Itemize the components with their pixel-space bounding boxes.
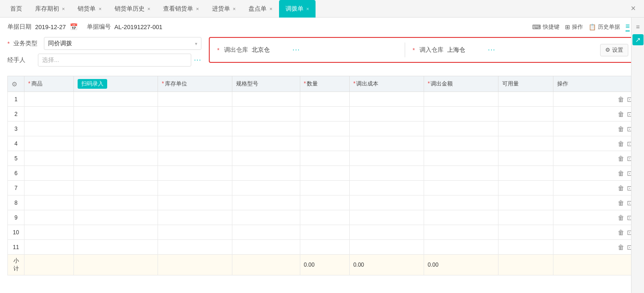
row-unit-10[interactable] bbox=[158, 225, 232, 240]
tab-purchase-order[interactable]: 进货单 × bbox=[206, 0, 242, 18]
in-warehouse-more[interactable]: ··· bbox=[488, 46, 495, 54]
row-unit-2[interactable] bbox=[158, 107, 232, 122]
row-spec-9[interactable] bbox=[232, 210, 300, 225]
row-spec-7[interactable] bbox=[232, 181, 300, 195]
row-amount-2[interactable] bbox=[424, 107, 498, 122]
tab-close-view-sales[interactable]: × bbox=[196, 6, 199, 12]
row-delete-10[interactable]: 🗑 bbox=[618, 229, 624, 236]
tab-close-sales-order[interactable]: × bbox=[98, 6, 101, 12]
operation-button[interactable]: ⊞ 操作 bbox=[565, 23, 583, 31]
row-spec-1[interactable] bbox=[232, 92, 300, 107]
row-cost-11[interactable] bbox=[349, 240, 424, 255]
row-cost-1[interactable] bbox=[349, 92, 424, 107]
row-qty-6[interactable] bbox=[300, 166, 349, 181]
row-unit-5[interactable] bbox=[158, 151, 232, 166]
calendar-icon[interactable]: 📅 bbox=[70, 23, 78, 31]
row-spec-8[interactable] bbox=[232, 195, 300, 210]
row-product-11[interactable] bbox=[24, 240, 74, 255]
tab-close-purchase-order[interactable]: × bbox=[233, 6, 236, 12]
row-cost-4[interactable] bbox=[349, 136, 424, 151]
row-product-1[interactable] bbox=[24, 92, 74, 107]
row-qty-7[interactable] bbox=[300, 181, 349, 195]
row-spec-10[interactable] bbox=[232, 225, 300, 240]
row-qty-3[interactable] bbox=[300, 122, 349, 136]
row-delete-2[interactable]: 🗑 bbox=[618, 110, 624, 118]
business-type-select[interactable]: 同价调拨 ▾ bbox=[44, 37, 201, 50]
row-product-8[interactable] bbox=[24, 195, 74, 210]
table-gear-icon[interactable]: ⚙ bbox=[12, 80, 18, 88]
row-amount-10[interactable] bbox=[424, 225, 498, 240]
row-delete-4[interactable]: 🗑 bbox=[618, 140, 624, 147]
row-product-2[interactable] bbox=[24, 107, 74, 122]
handler-more-icon[interactable]: ··· bbox=[194, 56, 201, 64]
row-amount-4[interactable] bbox=[424, 136, 498, 151]
row-amount-8[interactable] bbox=[424, 195, 498, 210]
tab-close-sales-history[interactable]: × bbox=[147, 6, 150, 12]
row-qty-2[interactable] bbox=[300, 107, 349, 122]
row-cost-8[interactable] bbox=[349, 195, 424, 210]
row-amount-6[interactable] bbox=[424, 166, 498, 181]
right-panel-list-button[interactable]: ≡ bbox=[632, 21, 644, 32]
tab-sales-history[interactable]: 销货单历史 × bbox=[108, 0, 157, 18]
row-delete-6[interactable]: 🗑 bbox=[618, 170, 624, 177]
row-qty-9[interactable] bbox=[300, 210, 349, 225]
row-unit-9[interactable] bbox=[158, 210, 232, 225]
row-unit-11[interactable] bbox=[158, 240, 232, 255]
row-cost-10[interactable] bbox=[349, 225, 424, 240]
scan-entry-button[interactable]: 扫码录入 bbox=[78, 79, 107, 89]
row-spec-5[interactable] bbox=[232, 151, 300, 166]
row-delete-5[interactable]: 🗑 bbox=[618, 155, 624, 162]
row-cost-9[interactable] bbox=[349, 210, 424, 225]
row-product-10[interactable] bbox=[24, 225, 74, 240]
row-product-3[interactable] bbox=[24, 122, 74, 136]
row-qty-1[interactable] bbox=[300, 92, 349, 107]
shortcut-button[interactable]: ⌨ 快捷键 bbox=[532, 23, 559, 31]
row-amount-1[interactable] bbox=[424, 92, 498, 107]
row-amount-3[interactable] bbox=[424, 122, 498, 136]
row-amount-5[interactable] bbox=[424, 151, 498, 166]
row-qty-4[interactable] bbox=[300, 136, 349, 151]
tab-close-transfer[interactable]: × bbox=[306, 6, 309, 12]
row-cost-2[interactable] bbox=[349, 107, 424, 122]
row-qty-5[interactable] bbox=[300, 151, 349, 166]
row-spec-6[interactable] bbox=[232, 166, 300, 181]
row-amount-7[interactable] bbox=[424, 181, 498, 195]
row-spec-11[interactable] bbox=[232, 240, 300, 255]
row-delete-1[interactable]: 🗑 bbox=[618, 96, 624, 103]
row-spec-3[interactable] bbox=[232, 122, 300, 136]
row-spec-4[interactable] bbox=[232, 136, 300, 151]
tab-inventory-init[interactable]: 库存期初 × bbox=[29, 0, 71, 18]
window-close-button[interactable]: × bbox=[626, 4, 640, 13]
tab-close-inventory-count[interactable]: × bbox=[269, 6, 272, 12]
row-unit-4[interactable] bbox=[158, 136, 232, 151]
row-unit-6[interactable] bbox=[158, 166, 232, 181]
tab-sales-order[interactable]: 销货单 × bbox=[71, 0, 108, 18]
row-qty-11[interactable] bbox=[300, 240, 349, 255]
row-cost-6[interactable] bbox=[349, 166, 424, 181]
tab-home[interactable]: 首页 bbox=[4, 0, 29, 18]
settings-button[interactable]: ⚙ 设置 bbox=[600, 44, 628, 56]
right-panel-export-button[interactable]: ↗ bbox=[632, 34, 644, 45]
tab-view-sales[interactable]: 查看销货单 × bbox=[157, 0, 205, 18]
layout-list-button[interactable]: ≡ bbox=[626, 22, 630, 31]
row-delete-11[interactable]: 🗑 bbox=[618, 244, 624, 251]
row-spec-2[interactable] bbox=[232, 107, 300, 122]
tab-inventory-count[interactable]: 盘点单 × bbox=[242, 0, 279, 18]
row-product-4[interactable] bbox=[24, 136, 74, 151]
row-product-9[interactable] bbox=[24, 210, 74, 225]
row-qty-8[interactable] bbox=[300, 195, 349, 210]
row-unit-3[interactable] bbox=[158, 122, 232, 136]
row-amount-11[interactable] bbox=[424, 240, 498, 255]
row-product-6[interactable] bbox=[24, 166, 74, 181]
row-unit-8[interactable] bbox=[158, 195, 232, 210]
row-product-5[interactable] bbox=[24, 151, 74, 166]
row-qty-10[interactable] bbox=[300, 225, 349, 240]
row-delete-9[interactable]: 🗑 bbox=[618, 214, 624, 221]
row-delete-3[interactable]: 🗑 bbox=[618, 125, 624, 133]
row-unit-1[interactable] bbox=[158, 92, 232, 107]
row-delete-8[interactable]: 🗑 bbox=[618, 199, 624, 207]
handler-select[interactable]: 选择... bbox=[38, 54, 191, 67]
row-amount-9[interactable] bbox=[424, 210, 498, 225]
history-button[interactable]: 📋 历史单据 bbox=[589, 23, 620, 31]
row-cost-3[interactable] bbox=[349, 122, 424, 136]
